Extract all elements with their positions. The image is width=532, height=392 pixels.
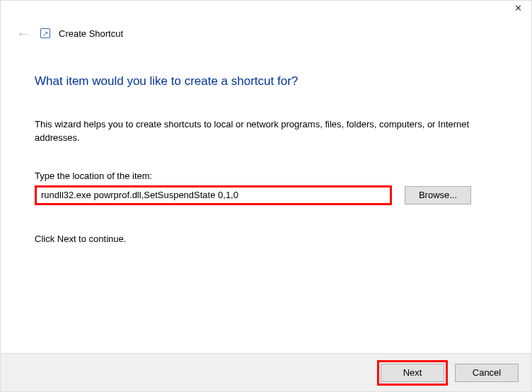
back-arrow-icon: ← xyxy=(15,26,32,40)
browse-button[interactable]: Browse... xyxy=(405,186,471,204)
next-highlight-box: Next xyxy=(377,360,448,386)
page-heading: What item would you like to create a sho… xyxy=(35,74,497,88)
wizard-title: Create Shortcut xyxy=(59,28,123,39)
next-button[interactable]: Next xyxy=(381,364,444,382)
wizard-header: ← ↗ Create Shortcut xyxy=(1,22,531,40)
continue-hint: Click Next to continue. xyxy=(35,234,497,244)
cancel-button[interactable]: Cancel xyxy=(455,364,519,382)
location-row: Browse... xyxy=(35,185,497,205)
shortcut-icon: ↗ xyxy=(40,28,50,38)
location-label: Type the location of the item: xyxy=(35,171,497,181)
titlebar: ✕ xyxy=(1,1,531,22)
location-input[interactable] xyxy=(35,185,392,205)
content-area: What item would you like to create a sho… xyxy=(1,40,531,244)
footer-bar: Next Cancel xyxy=(1,353,531,391)
wizard-description: This wizard helps you to create shortcut… xyxy=(35,118,487,145)
close-icon[interactable]: ✕ xyxy=(513,4,523,13)
